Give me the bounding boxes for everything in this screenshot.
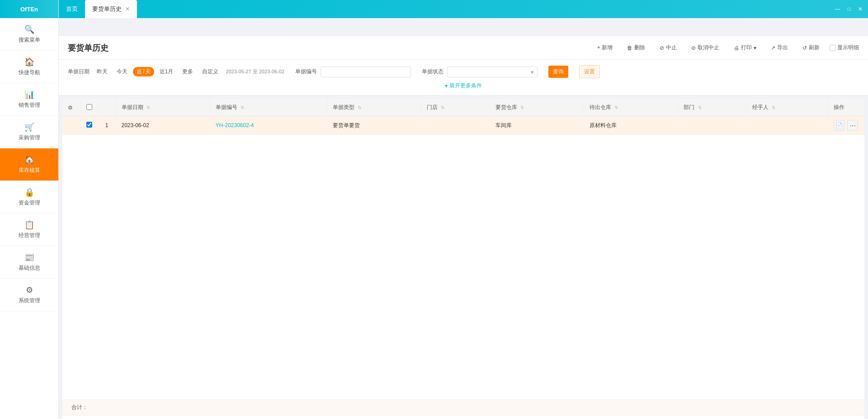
row-checkbox-cell[interactable] [80,116,98,135]
table-row[interactable]: 1 2023-06-02 YH-20230602-4 要货单要货 车间库 原材料… [62,116,864,135]
sidebar-item-inventory[interactable]: 🏠 库存核算 [0,148,58,181]
sidebar-item-purchase[interactable]: 🛒 采购管理 [0,116,58,148]
sort-doc-date-icon: ⇅ [146,105,150,110]
doc-no-input[interactable] [321,67,411,77]
tab-home[interactable]: 首页 [59,0,85,18]
row-req-warehouse-cell: 车间库 [490,116,584,135]
filter-area: 单据日期 昨天 今天 近7天 近1月 更多 自定义 2023-05-27 至 2… [59,60,868,95]
tab-close-icon[interactable]: ✕ [125,6,130,12]
data-table: ⚙ 单据日期 ⇅ 单据编号 ⇅ 单据类型 ⇅ [62,99,864,135]
date-btn-more[interactable]: 更多 [179,67,197,76]
sidebar-item-sales[interactable]: 📊 销售管理 [0,83,58,116]
col-store[interactable]: 门店 ⇅ [421,99,490,116]
status-select-wrapper [447,67,538,77]
sidebar-item-basic-info[interactable]: 📰 基础信息 [0,246,58,279]
sort-store-icon: ⇅ [441,105,444,110]
export-button[interactable]: ↗ 导出 [766,42,793,54]
sort-handler-icon: ⇅ [772,105,775,110]
doc-no-label: 单据编号 [295,68,317,76]
date-btn-custom[interactable]: 自定义 [198,67,222,76]
sidebar-item-search-menu[interactable]: 🔍 搜索菜单 [0,18,58,51]
sort-dept-icon: ⇅ [698,105,702,110]
tab-order-history[interactable]: 要货单历史 ✕ [85,0,137,18]
export-icon: ↗ [771,45,775,51]
status-select[interactable] [447,67,538,77]
col-dept[interactable]: 部门 ⇅ [678,99,747,116]
window-minimize[interactable]: — [835,6,840,12]
pagination: 每页显示 50 20 100 « ‹ 第 页 › » 共1页，1条记录 [62,415,864,419]
window-maximize[interactable]: □ [848,6,851,12]
row-handler-cell [746,116,828,135]
row-num-cell: 1 [98,116,116,135]
query-button[interactable]: 查询 [548,66,568,78]
row-store-cell [421,116,490,135]
date-btn-7days[interactable]: 近7天 [133,67,154,76]
table-area: ⚙ 单据日期 ⇅ 单据编号 ⇅ 单据类型 ⇅ [62,99,864,419]
row-dept-cell [678,116,747,135]
date-filter-label: 单据日期 [68,68,90,76]
col-pending-warehouse[interactable]: 待出仓库 ⇅ [584,99,678,116]
sort-doc-type-icon: ⇅ [358,105,361,110]
sidebar-item-quick-nav[interactable]: 🏠 快捷导航 [0,51,58,83]
sum-row: 合计： [62,400,864,415]
print-button[interactable]: 🖨 打印 ▾ [729,42,761,54]
window-controls: — □ ✕ [835,6,863,12]
window-close[interactable]: ✕ [858,6,863,12]
col-checkbox[interactable] [80,99,98,116]
print-icon: 🖨 [734,45,739,51]
row-checkbox[interactable] [86,122,92,128]
row-edit-btn[interactable]: 📄 [834,120,844,131]
table-header: ⚙ 单据日期 ⇅ 单据编号 ⇅ 单据类型 ⇅ [62,99,864,116]
basic-info-icon: 📰 [24,252,34,262]
page-header: 要货单历史 + 新增 🗑 删除 ⊘ 中止 ⊘ 取消中止 🖨 打印 ▾ ↗ [59,36,868,60]
expand-more-icon: ▾ [445,83,448,89]
doc-no-filter-group: 单据编号 [295,67,411,77]
search-menu-icon: 🔍 [24,24,34,34]
row-more-btn[interactable]: ⋯ [847,120,858,131]
main-content: 要货单历史 + 新增 🗑 删除 ⊘ 中止 ⊘ 取消中止 🖨 打印 ▾ ↗ [59,36,868,419]
app-logo: OfTEn [0,0,58,18]
date-btn-yesterday[interactable]: 昨天 [93,67,111,76]
col-doc-type[interactable]: 单据类型 ⇅ [327,99,421,116]
cancel-suspend-icon: ⊘ [691,45,696,51]
sidebar-item-system[interactable]: ⚙ 系统管理 [0,279,58,311]
display-detail-toggle[interactable]: 显示明细 [830,44,859,52]
col-doc-date[interactable]: 单据日期 ⇅ [116,99,210,116]
sort-req-warehouse-icon: ⇅ [520,105,524,110]
row-doc-type-cell: 要货单要货 [327,116,421,135]
suspend-icon: ⊘ [660,45,664,51]
delete-button[interactable]: 🗑 删除 [623,42,650,54]
finance-icon: 🔒 [24,187,34,197]
col-doc-no[interactable]: 单据编号 ⇅ [210,99,327,116]
display-detail-checkbox[interactable] [830,45,836,51]
col-req-warehouse[interactable]: 要货仓库 ⇅ [490,99,584,116]
expand-more-btn[interactable]: ▾ 展开更多条件 [68,82,859,90]
row-doc-no-link[interactable]: YH-20230602-4 [216,122,254,129]
select-all-checkbox[interactable] [86,104,92,110]
status-label: 单据状态 [422,68,443,76]
sort-doc-no-icon: ⇅ [241,105,244,110]
sidebar-item-operations[interactable]: 📋 经营管理 [0,214,58,246]
sidebar: OfTEn 🔍 搜索菜单 🏠 快捷导航 📊 销售管理 🛒 采购管理 🏠 库存核算… [0,0,59,419]
row-settings-cell [62,116,80,135]
col-handler[interactable]: 经手人 ⇅ [746,99,828,116]
table-empty-space [62,135,864,400]
cancel-suspend-button[interactable]: ⊘ 取消中止 [687,42,724,54]
new-button[interactable]: + 新增 [593,42,617,54]
suspend-button[interactable]: ⊘ 中止 [655,42,681,54]
col-settings[interactable]: ⚙ [62,99,80,116]
row-operation-cell: 📄 ⋯ [828,116,864,135]
date-btn-1month[interactable]: 近1月 [156,67,177,76]
sort-pending-warehouse-icon: ⇅ [614,105,618,110]
sidebar-item-finance[interactable]: 🔒 资金管理 [0,181,58,214]
col-row-num [98,99,116,116]
refresh-button[interactable]: ↺ 刷新 [798,42,824,54]
print-dropdown-icon: ▾ [754,45,756,51]
date-btn-today[interactable]: 今天 [113,67,131,76]
settings-button[interactable]: 设置 [579,65,600,78]
sales-icon: 📊 [24,90,34,100]
system-icon: ⚙ [26,285,33,295]
sum-label: 合计： [71,404,88,411]
operations-icon: 📋 [24,220,34,230]
filter-row-1: 单据日期 昨天 今天 近7天 近1月 更多 自定义 2023-05-27 至 2… [68,65,859,78]
